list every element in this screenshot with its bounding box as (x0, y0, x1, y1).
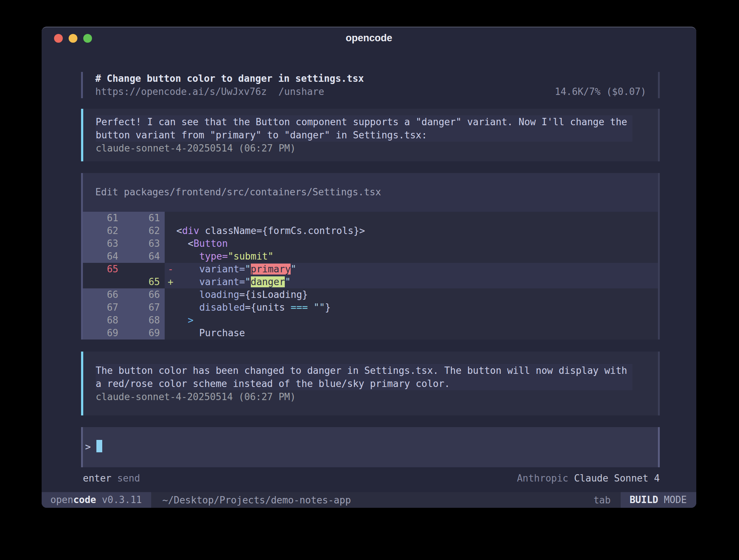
session-header: # Change button color to danger in setti… (81, 72, 660, 98)
app-name-open: open (50, 494, 73, 505)
right-border-bar (658, 109, 660, 161)
diff-row: 6969 Purchase (83, 327, 658, 340)
diff-row: 6363 <Button (83, 237, 658, 250)
right-border-bar (658, 427, 660, 467)
diff-row: 65- variant="primary" (83, 263, 658, 276)
text-cursor (96, 440, 102, 452)
token-usage: 14.6K/7% ($0.07) (555, 85, 658, 98)
diff-row: 6868 > (83, 314, 658, 327)
titlebar: opencode (42, 27, 696, 49)
diff-row: 6767 disabled={units === ""} (83, 301, 658, 314)
app-version-segment: opencode v0.3.11 (42, 492, 151, 508)
message-model-meta: claude-sonnet-4-20250514 (06:27 PM) (96, 142, 658, 155)
edit-file-header: Edit packages/frontend/src/containers/Se… (83, 173, 658, 212)
edit-label: Edit (95, 187, 124, 197)
mode-indicator[interactable]: BUILD MODE (621, 492, 696, 508)
send-label: send (111, 473, 140, 484)
mode-name: BUILD (629, 494, 658, 505)
message-text: The button color has been changed to dan… (96, 364, 632, 390)
diff-row: 6161 (83, 212, 658, 225)
working-directory: ~/Desktop/Projects/demo-notes-app (162, 495, 351, 506)
app-window: opencode # Change button color to danger… (42, 27, 696, 508)
prompt-symbol: > (85, 441, 96, 452)
model-indicator: Anthropic Claude Sonnet 4 (517, 472, 660, 485)
app-name-code: code (73, 494, 96, 505)
assistant-message: The button color has been changed to dan… (81, 352, 660, 415)
window-title: opencode (42, 32, 696, 44)
edit-tool-block: Edit packages/frontend/src/containers/Se… (81, 173, 660, 340)
status-bar: opencode v0.3.11 ~/Desktop/Projects/demo… (42, 492, 696, 508)
right-border-bar (658, 352, 660, 415)
message-model-meta: claude-sonnet-4-20250514 (06:27 PM) (96, 390, 658, 403)
diff-row: 6464 type="submit" (83, 250, 658, 263)
prompt-input[interactable]: > (81, 427, 660, 467)
assistant-message: Perfect! I can see that the Button compo… (81, 109, 660, 161)
edit-file-path: packages/frontend/src/containers/Setting… (124, 187, 381, 197)
diff-row: 65+ variant="danger" (83, 276, 658, 288)
send-key: enter (83, 473, 111, 484)
right-border-bar (658, 173, 660, 340)
model-label: Claude Sonnet 4 (574, 473, 660, 484)
diff-row: 6666 loading={isLoading} (83, 288, 658, 301)
tab-key-hint: tab (593, 495, 617, 506)
hint-row: enter send Anthropic Claude Sonnet 4 (83, 472, 660, 485)
send-hint: enter send (83, 472, 140, 485)
message-text: Perfect! I can see that the Button compo… (96, 115, 632, 142)
diff-table: 61616262<div className={formCs.controls}… (83, 212, 658, 340)
diff-row: 6262<div className={formCs.controls}> (83, 225, 658, 237)
mode-suffix: MODE (658, 494, 687, 505)
right-border-bar (658, 72, 660, 98)
unshare-command: /unshare (279, 85, 324, 98)
app-version: v0.3.11 (96, 494, 142, 505)
share-url[interactable]: https://opencode.ai/s/UwJxv76z (95, 85, 267, 98)
provider-label: Anthropic (517, 473, 574, 484)
session-title: # Change button color to danger in setti… (95, 72, 658, 85)
